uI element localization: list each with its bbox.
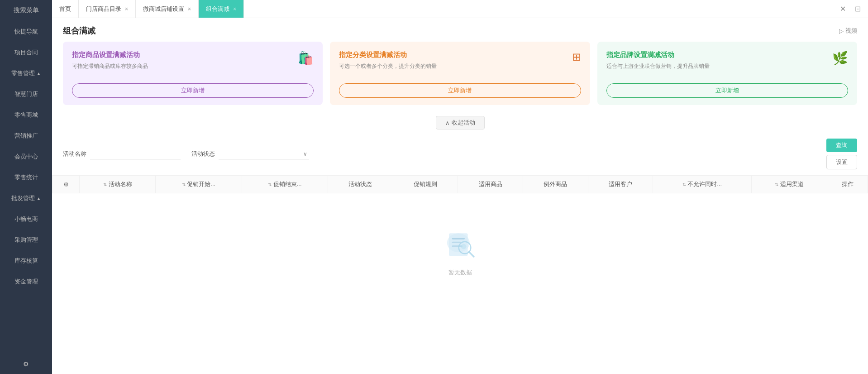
col-promo-rule-label: 促销规则 <box>414 181 437 187</box>
col-not-allow-concurrent-label: 不允许同时... <box>687 181 722 187</box>
card-product-title: 指定商品设置满减活动 <box>72 51 314 59</box>
sort-icon: ⇅ <box>268 182 272 187</box>
tab-bar: 首页 门店商品目录 × 微商城店铺设置 × 组合满减 × ✕ ⊡ <box>52 0 868 18</box>
sidebar-item-retail-stats[interactable]: 零售统计 <box>0 167 52 188</box>
col-exception-goods: 例外商品 <box>523 176 588 193</box>
col-operation: 操作 <box>827 176 868 193</box>
svg-rect-2 <box>452 238 464 239</box>
card-category-desc: 可选一个或者多个分类，提升分类的销量 <box>339 62 581 70</box>
sidebar-item-wholesale-mgmt-label: 批发管理 <box>11 194 35 202</box>
table-header-row: ⚙ ⇅ 活动名称 ⇅ 促销开始... ⇅ 促销结束... <box>52 176 868 193</box>
col-applicable-channel[interactable]: ⇅ 适用渠道 <box>751 176 827 193</box>
sidebar-item-smart-store[interactable]: 智慧门店 <box>0 84 52 105</box>
tab-store-catalog[interactable]: 门店商品目录 × <box>79 0 136 18</box>
query-button[interactable]: 查询 <box>826 139 857 152</box>
empty-state: 暂无数据 <box>52 193 868 295</box>
tab-bar-actions: ✕ ⊡ <box>838 3 868 15</box>
sidebar-item-project-contract[interactable]: 项目合同 <box>0 42 52 63</box>
sort-icon: ⇅ <box>103 182 107 187</box>
col-applicable-customer: 适用客户 <box>588 176 653 193</box>
sort-icon: ⇅ <box>182 182 186 187</box>
sidebar-item-retail-mall[interactable]: 零售商城 <box>0 105 52 125</box>
collapse-bar: ∧ 收起活动 <box>52 112 868 135</box>
card-brand-add-button[interactable]: 立即新增 <box>606 83 848 98</box>
col-promo-end[interactable]: ⇅ 促销结束... <box>242 176 328 193</box>
tab-wechat-shop-close[interactable]: × <box>188 6 191 12</box>
sidebar: 搜索菜单 快捷导航 项目合同 零售管理 ▲ 智慧门店 零售商城 营销推广 会员中… <box>0 0 52 374</box>
tab-home-label: 首页 <box>59 5 71 13</box>
sidebar-item-quick-nav[interactable]: 快捷导航 <box>0 21 52 42</box>
activity-card-product: 🛍️ 指定商品设置满减活动 可指定滞销商品或库存较多商品 立即新增 <box>63 42 323 105</box>
setting-button[interactable]: 设置 <box>826 155 857 169</box>
activity-name-input[interactable] <box>90 149 181 159</box>
tab-combo-discount-label: 组合满减 <box>206 5 229 13</box>
sidebar-item-marketing[interactable]: 营销推广 <box>0 125 52 146</box>
tab-combo-discount-close[interactable]: × <box>233 6 236 12</box>
col-exception-goods-label: 例外商品 <box>544 181 567 187</box>
collapse-activity-button[interactable]: ∧ 收起活动 <box>436 116 485 129</box>
empty-state-icon <box>438 221 483 261</box>
collapse-btn-label: 收起活动 <box>452 119 475 127</box>
sidebar-item-retail-mgmt[interactable]: 零售管理 ▲ <box>0 63 52 84</box>
page-title: 组合满减 <box>63 25 95 36</box>
card-product-add-button[interactable]: 立即新增 <box>72 83 314 98</box>
sidebar-item-wholesale-mgmt[interactable]: 批发管理 ▲ <box>0 188 52 209</box>
col-settings[interactable]: ⚙ <box>52 176 80 193</box>
sidebar-item-finance[interactable]: 资金管理 <box>0 271 52 292</box>
play-icon: ▷ <box>839 28 844 34</box>
sidebar-settings-icon[interactable]: ⚙ <box>0 354 52 374</box>
window-maximize-button[interactable]: ⊡ <box>853 3 863 15</box>
sidebar-item-retail-mgmt-label: 零售管理 <box>11 69 35 77</box>
card-category-add-button[interactable]: 立即新增 <box>339 83 581 98</box>
col-activity-name[interactable]: ⇅ 活动名称 <box>80 176 156 193</box>
search-bar: 活动名称 活动状态 进行中 已过期 未开始 ∨ 查询 设置 <box>52 135 868 175</box>
svg-line-6 <box>469 252 474 257</box>
activity-card-category: ⊞ 指定分类设置满减活动 可选一个或者多个分类，提升分类的销量 立即新增 <box>330 42 590 105</box>
window-close-button[interactable]: ✕ <box>838 3 848 15</box>
svg-point-7 <box>461 244 466 249</box>
tab-home[interactable]: 首页 <box>52 0 79 18</box>
sidebar-item-xiaochang[interactable]: 小畅电商 <box>0 209 52 230</box>
search-activity-name-field: 活动名称 <box>63 149 181 159</box>
col-applicable-goods-label: 适用商品 <box>479 181 502 187</box>
activity-status-select[interactable]: 进行中 已过期 未开始 <box>219 149 309 159</box>
chevron-up-icon: ∧ <box>445 120 450 126</box>
tab-wechat-shop[interactable]: 微商城店铺设置 × <box>136 0 199 18</box>
sidebar-search[interactable]: 搜索菜单 <box>0 0 52 21</box>
tab-store-catalog-close[interactable]: × <box>125 6 128 12</box>
card-brand-title: 指定品牌设置满减活动 <box>606 51 848 59</box>
activity-card-brand: 🌿 指定品牌设置满减活动 适合与上游企业联合做营销，提升品牌销量 立即新增 <box>597 42 857 105</box>
card-brand-icon: 🌿 <box>832 51 848 66</box>
col-activity-status: 活动状态 <box>328 176 393 193</box>
sort-icon: ⇅ <box>775 182 778 187</box>
col-applicable-channel-label: 适用渠道 <box>780 181 804 187</box>
content-area: 组合满减 ▷ 视频 🛍️ 指定商品设置满减活动 可指定滞销商品或库存较多商品 立… <box>52 18 868 374</box>
sidebar-item-member-center[interactable]: 会员中心 <box>0 146 52 167</box>
col-not-allow-concurrent[interactable]: ⇅ 不允许同时... <box>653 176 751 193</box>
svg-rect-4 <box>452 245 462 247</box>
tab-store-catalog-label: 门店商品目录 <box>86 5 121 13</box>
sidebar-item-purchase-mgmt[interactable]: 采购管理 <box>0 230 52 250</box>
chevron-down-icon: ▲ <box>37 196 41 201</box>
card-product-icon: 🛍️ <box>298 51 314 66</box>
col-promo-start[interactable]: ⇅ 促销开始... <box>156 176 242 193</box>
col-activity-status-label: 活动状态 <box>348 181 372 187</box>
card-category-title: 指定分类设置满减活动 <box>339 51 581 59</box>
activity-status-select-wrapper: 进行中 已过期 未开始 ∨ <box>219 149 309 159</box>
sidebar-item-inventory[interactable]: 库存核算 <box>0 250 52 271</box>
col-promo-rule: 促销规则 <box>393 176 458 193</box>
table-section: ⚙ ⇅ 活动名称 ⇅ 促销开始... ⇅ 促销结束... <box>52 175 868 295</box>
empty-state-text: 暂无数据 <box>448 269 472 277</box>
video-link[interactable]: ▷ 视频 <box>839 27 857 35</box>
video-link-label: 视频 <box>845 27 857 35</box>
tab-wechat-shop-label: 微商城店铺设置 <box>143 5 184 13</box>
page-header: 组合满减 ▷ 视频 <box>52 18 868 42</box>
activity-name-label: 活动名称 <box>63 150 86 158</box>
search-activity-status-field: 活动状态 进行中 已过期 未开始 ∨ <box>191 149 309 159</box>
tab-combo-discount[interactable]: 组合满减 × <box>199 0 244 18</box>
data-table: ⚙ ⇅ 活动名称 ⇅ 促销开始... ⇅ 促销结束... <box>52 175 868 193</box>
col-promo-start-label: 促销开始... <box>187 181 215 187</box>
card-brand-desc: 适合与上游企业联合做营销，提升品牌销量 <box>606 62 848 70</box>
activity-status-label: 活动状态 <box>191 150 215 158</box>
col-activity-name-label: 活动名称 <box>109 181 132 187</box>
